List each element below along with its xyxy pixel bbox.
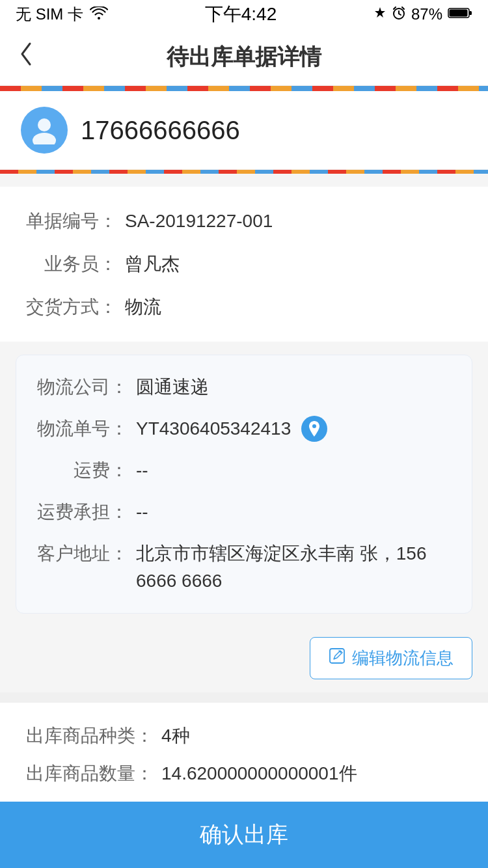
salesman-value: 曾凡杰 xyxy=(125,251,462,278)
status-bar: 无 SIM 卡 下午4:42 xyxy=(0,0,488,29)
edit-logistics-button[interactable]: 编辑物流信息 xyxy=(310,637,472,679)
goods-types-row: 出库商品种类： 4种 xyxy=(26,724,462,748)
goods-section: 出库商品种类： 4种 出库商品数量： 14.620000000000001件 xyxy=(0,703,488,812)
delivery-method-label: 交货方式： xyxy=(26,293,117,321)
goods-quantity-row: 出库商品数量： 14.620000000000001件 xyxy=(26,761,462,786)
svg-point-7 xyxy=(33,133,56,144)
edit-logistics-label: 编辑物流信息 xyxy=(352,647,454,670)
svg-point-6 xyxy=(38,118,51,131)
wifi-icon xyxy=(90,5,108,23)
logistics-company-label: 物流公司： xyxy=(37,373,128,401)
svg-rect-8 xyxy=(330,649,344,663)
logistics-card: 物流公司： 圆通速递 物流单号： YT4306405342413 运费： -- … xyxy=(16,355,472,614)
page-title: 待出库单据详情 xyxy=(167,42,321,72)
battery-icon xyxy=(448,5,472,23)
goods-types-value: 4种 xyxy=(161,724,190,748)
map-pin-icon[interactable] xyxy=(301,416,327,442)
carrier-text: 无 SIM 卡 xyxy=(16,4,83,25)
phone-header: 17666666666 xyxy=(0,91,488,170)
svg-rect-5 xyxy=(450,10,468,17)
address-row: 客户地址： 北京市市辖区海淀区永丰南 张，156 6666 6666 xyxy=(37,540,451,595)
goods-quantity-label: 出库商品数量： xyxy=(26,761,154,786)
avatar xyxy=(21,107,68,154)
confirm-btn-wrap: 确认出库 xyxy=(0,802,488,868)
tracking-value-wrap: YT4306405342413 xyxy=(136,415,451,442)
document-no-value: SA-20191227-001 xyxy=(125,208,462,235)
freight-label: 运费： xyxy=(37,457,128,484)
edit-btn-row: 编辑物流信息 xyxy=(0,627,488,692)
document-no-label: 单据编号： xyxy=(26,208,117,235)
salesman-label: 业务员： xyxy=(26,251,117,278)
document-no-row: 单据编号： SA-20191227-001 xyxy=(26,208,462,235)
delivery-method-row: 交货方式： 物流 xyxy=(26,293,462,321)
delivery-method-value: 物流 xyxy=(125,293,462,321)
alarm-icon xyxy=(392,5,406,23)
nav-bar: 待出库单据详情 xyxy=(0,29,488,86)
salesman-row: 业务员： 曾凡杰 xyxy=(26,251,462,278)
section-divider xyxy=(0,692,488,703)
stripe-divider xyxy=(0,86,488,91)
battery-percent: 87% xyxy=(411,5,442,23)
logistics-company-row: 物流公司： 圆通速递 xyxy=(37,373,451,401)
svg-line-2 xyxy=(399,14,401,15)
phone-number: 17666666666 xyxy=(81,116,240,145)
freight-bear-label: 运费承担： xyxy=(37,498,128,526)
svg-rect-4 xyxy=(469,11,472,15)
logistics-company-value: 圆通速递 xyxy=(136,373,451,401)
goods-quantity-value: 14.620000000000001件 xyxy=(161,761,357,786)
address-value: 北京市市辖区海淀区永丰南 张，156 6666 6666 xyxy=(136,540,451,595)
location-icon xyxy=(373,5,386,23)
status-right: 87% xyxy=(373,5,472,23)
status-left: 无 SIM 卡 xyxy=(16,4,108,25)
color-stripe xyxy=(0,170,488,174)
freight-row: 运费： -- xyxy=(37,457,451,484)
freight-value: -- xyxy=(136,457,451,484)
back-button[interactable] xyxy=(18,41,34,73)
freight-bear-value: -- xyxy=(136,498,451,526)
tracking-label: 物流单号： xyxy=(37,415,128,442)
status-time: 下午4:42 xyxy=(205,2,277,27)
goods-types-label: 出库商品种类： xyxy=(26,724,154,748)
freight-bear-row: 运费承担： -- xyxy=(37,498,451,526)
tracking-value: YT4306405342413 xyxy=(136,415,291,442)
confirm-outbound-button[interactable]: 确认出库 xyxy=(0,820,488,850)
address-label: 客户地址： xyxy=(37,540,128,567)
edit-icon xyxy=(329,647,346,669)
basic-info-section: 单据编号： SA-20191227-001 业务员： 曾凡杰 交货方式： 物流 xyxy=(0,187,488,342)
tracking-row: 物流单号： YT4306405342413 xyxy=(37,415,451,442)
